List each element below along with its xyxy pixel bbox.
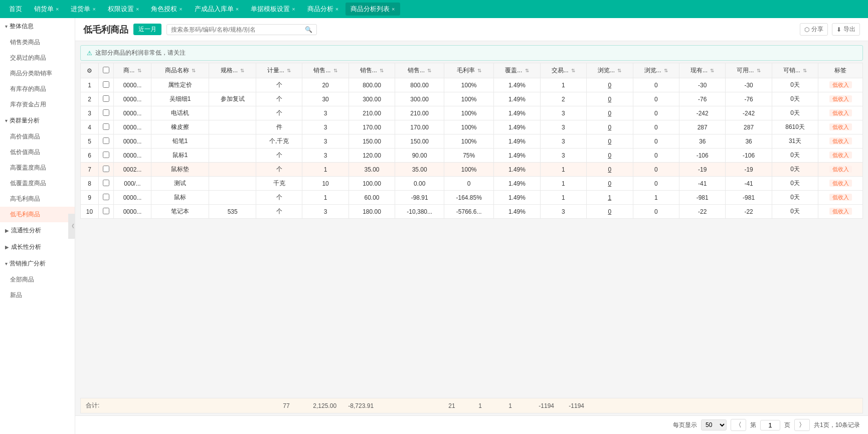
row-browse1[interactable]: 0 — [587, 134, 633, 149]
sidebar-item-sales-products[interactable]: 销售类商品 — [0, 35, 75, 50]
row-tags: 低收入 — [818, 177, 863, 191]
nav-close-roles[interactable]: × — [179, 6, 182, 12]
row-checkbox[interactable] — [103, 180, 109, 186]
row-check[interactable] — [99, 191, 114, 205]
th-coverage[interactable]: 覆盖... ⇅ — [494, 63, 540, 78]
page-input[interactable] — [760, 420, 780, 430]
row-browse1[interactable]: 0 — [587, 120, 633, 134]
nav-close-purchase[interactable]: × — [92, 6, 95, 12]
sidebar-item-in-stock[interactable]: 有库存的商品 — [0, 81, 75, 97]
th-check[interactable] — [99, 63, 114, 78]
row-check[interactable] — [99, 134, 114, 149]
th-code[interactable]: 商... ⇅ — [114, 63, 151, 78]
row-browse1[interactable]: 1 — [587, 191, 633, 205]
row-checkbox[interactable] — [103, 109, 109, 116]
sidebar-item-traded-products[interactable]: 交易过的商品 — [0, 50, 75, 66]
sidebar-item-high-margin[interactable]: 高毛利商品 — [0, 191, 75, 207]
sidebar-item-category-rate[interactable]: 商品分类助销率 — [0, 66, 75, 81]
sidebar-item-low-value[interactable]: 低价值商品 — [0, 144, 75, 160]
export-btn[interactable]: ⬇ 导出 — [832, 23, 860, 36]
sidebar-item-low-coverage[interactable]: 低覆盖度商品 — [0, 176, 75, 191]
th-unit[interactable]: 计量... ⇅ — [256, 63, 302, 78]
prev-page-btn[interactable]: 〈 — [731, 419, 746, 431]
row-checkbox[interactable] — [103, 152, 109, 158]
nav-roles[interactable]: 角色授权 × — [146, 3, 187, 16]
sidebar-group-circulation[interactable]: ▶ 流通性分析 — [0, 222, 75, 239]
nav-template[interactable]: 单据模板设置 × — [246, 3, 300, 16]
date-filter-btn[interactable]: 近一月 — [133, 24, 161, 35]
row-check[interactable] — [99, 106, 114, 120]
th-sale3[interactable]: 销售... ⇅ — [395, 63, 444, 78]
sidebar-collapse-btn[interactable]: 《 — [68, 214, 75, 239]
nav-product-entry[interactable]: 产成品入库单 × — [190, 3, 244, 16]
row-check[interactable] — [99, 92, 114, 106]
sidebar-item-stock-capital[interactable]: 库存资金占用 — [0, 97, 75, 112]
row-browse1[interactable]: 0 — [587, 92, 633, 106]
row-browse1[interactable]: 0 — [587, 78, 633, 92]
th-settings[interactable]: ⚙ — [81, 63, 99, 78]
row-browse1[interactable]: 0 — [587, 163, 633, 177]
sidebar-group-overall[interactable]: ▾ 整体信息 — [0, 18, 75, 35]
arrow-icon-cluster: ▾ — [5, 118, 8, 123]
sidebar-group-cluster[interactable]: ▾ 类群量分析 — [0, 112, 75, 129]
th-margin[interactable]: 毛利率 ⇅ — [444, 63, 494, 78]
next-page-btn[interactable]: 〉 — [794, 419, 810, 431]
sidebar-item-all-products[interactable]: 全部商品 — [0, 272, 75, 287]
search-input[interactable] — [171, 26, 302, 33]
row-checkbox[interactable] — [103, 137, 109, 144]
th-sale1[interactable]: 销售... ⇅ — [302, 63, 349, 78]
sidebar-item-high-coverage[interactable]: 高覆盖度商品 — [0, 160, 75, 176]
row-checkbox[interactable] — [103, 194, 109, 200]
sidebar-item-low-margin[interactable]: 低毛利商品 — [0, 207, 75, 222]
sidebar-item-new-products[interactable]: 新品 — [0, 287, 75, 303]
row-check[interactable] — [99, 205, 114, 219]
row-browse1[interactable]: 0 — [587, 106, 633, 120]
row-browse1[interactable]: 0 — [587, 149, 633, 163]
row-check[interactable] — [99, 149, 114, 163]
share-btn[interactable]: ⬡ 分享 — [800, 23, 828, 36]
row-check[interactable] — [99, 177, 114, 191]
row-checkbox[interactable] — [103, 81, 109, 88]
th-browse2[interactable]: 浏览... ⇅ — [633, 63, 679, 78]
nav-close-sales[interactable]: × — [56, 6, 59, 12]
row-browse1[interactable]: 0 — [587, 205, 633, 219]
th-name[interactable]: 商品名称 ⇅ — [151, 63, 209, 78]
row-browse1[interactable]: 0 — [587, 177, 633, 191]
th-stock[interactable]: 现有... ⇅ — [679, 63, 725, 78]
nav-close-product-entry[interactable]: × — [236, 6, 239, 12]
th-available[interactable]: 可用... ⇅ — [726, 63, 772, 78]
row-sale1: 10 — [302, 177, 349, 191]
th-browse1[interactable]: 浏览... ⇅ — [587, 63, 633, 78]
nav-close-permissions[interactable]: × — [136, 6, 139, 12]
nav-purchase[interactable]: 进货单 × — [66, 3, 100, 16]
th-transactions[interactable]: 交易... ⇅ — [540, 63, 586, 78]
th-saleable[interactable]: 可销... ⇅ — [772, 63, 818, 78]
row-checkbox[interactable] — [103, 166, 109, 172]
search-icon[interactable]: 🔍 — [305, 26, 312, 33]
th-sale2[interactable]: 销售... ⇅ — [349, 63, 395, 78]
nav-close-product-analysis[interactable]: × — [335, 6, 338, 12]
nav-close-product-analysis-list[interactable]: × — [392, 6, 395, 12]
row-checkbox[interactable] — [103, 95, 109, 102]
nav-home[interactable]: 首页 — [4, 3, 27, 16]
select-all-checkbox[interactable] — [103, 67, 109, 73]
row-check[interactable] — [99, 120, 114, 134]
row-sale2: 35.00 — [349, 163, 395, 177]
nav-sales[interactable]: 销货单 × — [29, 3, 64, 16]
pagination: 每页显示 50 100 200 〈 第 页 〉 共1页，10条记录 — [75, 415, 868, 434]
row-checkbox[interactable] — [103, 208, 109, 214]
row-check[interactable] — [99, 163, 114, 177]
data-table: ⚙ 商... ⇅ 商品名称 ⇅ 规格... ⇅ 计量... ⇅ 销售... ⇅ … — [80, 63, 863, 219]
th-spec[interactable]: 规格... ⇅ — [209, 63, 256, 78]
nav-close-template[interactable]: × — [292, 6, 295, 12]
row-check[interactable] — [99, 78, 114, 92]
per-page-select[interactable]: 50 100 200 — [701, 419, 727, 430]
sidebar-group-marketing[interactable]: ▾ 营销推广分析 — [0, 255, 75, 272]
nav-permissions[interactable]: 权限设置 × — [103, 3, 144, 16]
nav-product-analysis-list[interactable]: 商品分析列表 × — [345, 3, 400, 16]
sidebar-item-high-value[interactable]: 高价值商品 — [0, 129, 75, 144]
sidebar-group-growth[interactable]: ▶ 成长性分析 — [0, 239, 75, 255]
row-margin: 75% — [444, 149, 494, 163]
nav-product-analysis[interactable]: 商品分析 × — [302, 3, 343, 16]
row-checkbox[interactable] — [103, 123, 109, 130]
